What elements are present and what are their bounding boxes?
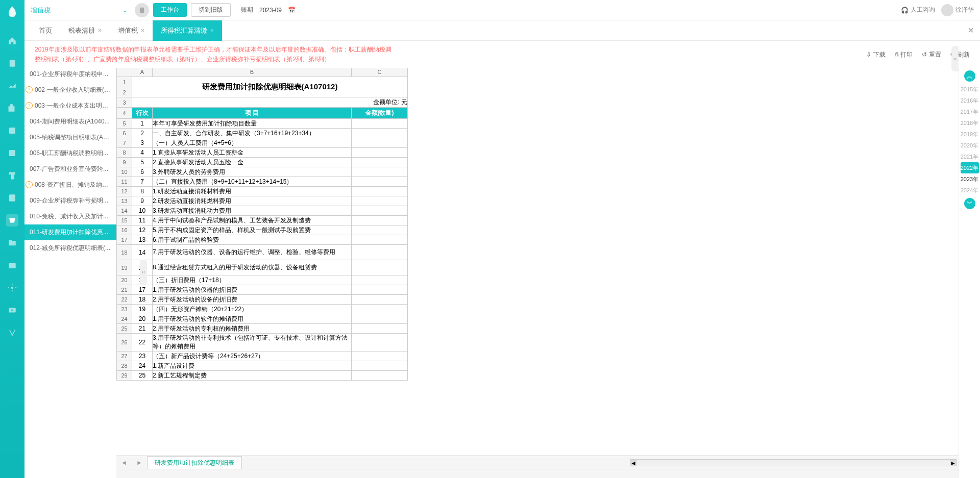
bottom-scroll[interactable] [116, 469, 959, 478]
close-icon[interactable]: × [210, 27, 214, 34]
item-cell[interactable]: 2.用于研发活动的设备的折旧费 [153, 295, 352, 305]
seq-cell[interactable]: 1 [132, 119, 153, 129]
year-2016年[interactable]: 2016年 [961, 95, 979, 106]
year-down-button[interactable]: ︾ [964, 198, 975, 209]
seq-cell[interactable]: 4 [132, 148, 153, 158]
row-header[interactable]: 7 [117, 138, 132, 148]
row-header[interactable]: 20 [117, 275, 132, 285]
item-cell[interactable]: 1.研发活动直接消耗材料费用 [153, 187, 352, 196]
tab-2[interactable]: 所得税汇算清缴× [153, 20, 222, 41]
year-2019年[interactable]: 2019年 [961, 129, 979, 140]
item-cell[interactable]: （四）无形资产摊销（20+21+22） [153, 305, 352, 314]
row-header[interactable]: 14 [117, 206, 132, 216]
seq-cell[interactable]: 9 [132, 196, 153, 206]
company-selector[interactable]: 增值税 ⌄ [31, 6, 133, 15]
item-cell[interactable]: 2.研发活动直接消耗燃料费用 [153, 196, 352, 206]
item-cell[interactable]: （三）折旧费用（17+18） [153, 275, 352, 285]
amount-cell[interactable] [352, 351, 408, 361]
amount-cell[interactable] [352, 334, 408, 351]
seq-cell[interactable]: 3 [132, 138, 153, 148]
tab-0[interactable]: 税表清册× [60, 20, 110, 41]
form-item-7[interactable]: 008-资产折旧、摊销及纳税... [24, 177, 116, 193]
close-icon[interactable]: × [98, 27, 102, 34]
collapse-sidebar-handle[interactable]: ‹‹ [140, 260, 147, 285]
seq-cell[interactable]: 2 [132, 129, 153, 138]
item-cell[interactable]: 1.用于研发活动的仪器的折旧费 [153, 285, 352, 295]
switch-old-button[interactable]: 切到旧版 [191, 3, 231, 17]
seq-cell[interactable]: 6 [132, 167, 153, 177]
nav-home-icon[interactable] [6, 35, 18, 47]
item-cell[interactable]: 2.新工艺规程制定费 [153, 371, 352, 381]
year-2020年[interactable]: 2020年 [961, 140, 979, 151]
year-2023年[interactable]: 2023年 [961, 173, 979, 185]
nav-video-icon[interactable] [6, 304, 18, 316]
nav-bag-icon[interactable] [6, 102, 18, 114]
seq-cell[interactable]: 25 [132, 371, 153, 381]
amount-cell[interactable] [352, 167, 408, 177]
reset-button[interactable]: ↺重置 [922, 45, 941, 64]
seq-cell[interactable]: 19 [132, 305, 153, 314]
seq-cell[interactable]: 7 [132, 177, 153, 187]
amount-cell[interactable] [352, 275, 408, 285]
year-2022年[interactable]: 2022年 [961, 162, 979, 173]
workspace-button[interactable]: 工作台 [153, 3, 187, 17]
print-button[interactable]: ⎙打印 [895, 45, 913, 64]
item-cell[interactable]: 1.用于研发活动的软件的摊销费用 [153, 314, 352, 324]
nav-tax-icon[interactable] [6, 214, 18, 227]
form-item-3[interactable]: 004-期间费用明细表(A1040... [24, 114, 116, 130]
amount-cell[interactable] [352, 371, 408, 381]
row-header[interactable]: 10 [117, 167, 132, 177]
seq-cell[interactable]: 5 [132, 158, 153, 167]
form-item-9[interactable]: 010-免税、减计收入及加计... [24, 209, 116, 224]
download-button[interactable]: ⇩下载 [866, 45, 886, 64]
row-header[interactable]: 15 [117, 216, 132, 225]
form-item-0[interactable]: 001-企业所得税年度纳税申... [24, 66, 116, 82]
form-item-8[interactable]: 009-企业所得税弥补亏损明... [24, 193, 116, 209]
period-value[interactable]: 2023-09 [259, 7, 282, 14]
expand-right-handle[interactable]: ›› [951, 46, 959, 71]
row-header[interactable]: 26 [117, 334, 132, 351]
seq-cell[interactable]: 11 [132, 216, 153, 225]
user-menu[interactable]: 徐泽华 [941, 4, 974, 16]
nav-list-icon[interactable] [6, 124, 18, 137]
item-cell[interactable]: （五）新产品设计费等（24+25+26+27） [153, 351, 352, 361]
note-button[interactable] [135, 3, 149, 17]
row-header[interactable]: 23 [117, 305, 132, 314]
item-cell[interactable]: 2.直接从事研发活动人员五险一金 [153, 158, 352, 167]
amount-cell[interactable] [352, 361, 408, 371]
seq-cell[interactable]: 21 [132, 324, 153, 334]
seq-cell[interactable]: 20 [132, 314, 153, 324]
amount-cell[interactable] [352, 177, 408, 187]
item-cell[interactable]: 3.研发活动直接消耗动力费用 [153, 206, 352, 216]
form-item-4[interactable]: 005-纳税调整项目明细表(A1... [24, 130, 116, 145]
item-cell[interactable]: 7.用于研发活动的仪器、设备的运行维护、调整、检验、维修等费用 [153, 245, 352, 260]
year-2017年[interactable]: 2017年 [961, 106, 979, 117]
form-item-5[interactable]: 006-职工薪酬纳税调整明细... [24, 145, 116, 161]
form-item-1[interactable]: 002-一般企业收入明细表(A... [24, 82, 116, 98]
item-cell[interactable]: 8.通过经营租赁方式租入的用于研发活动的仪器、设备租赁费 [153, 260, 352, 275]
nav-report-icon[interactable] [6, 147, 18, 159]
seq-cell[interactable]: 13 [132, 235, 153, 245]
item-cell[interactable]: （一）人员人工费用（4+5+6） [153, 138, 352, 148]
close-icon[interactable]: × [141, 27, 144, 34]
sheet-tab-next[interactable]: ► [132, 459, 147, 466]
row-header[interactable]: 1 [117, 77, 132, 87]
item-cell[interactable]: 一、自主研发、合作研发、集中研发（3+7+16+19+23+34） [153, 129, 352, 138]
amount-cell[interactable] [352, 216, 408, 225]
item-cell[interactable]: 3.用于研发活动的非专利技术（包括许可证、专有技术、设计和计算方法等）的摊销费用 [153, 334, 352, 351]
amount-cell[interactable] [352, 196, 408, 206]
row-header[interactable]: 21 [117, 285, 132, 295]
row-header[interactable]: 27 [117, 351, 132, 361]
consult-button[interactable]: 🎧 人工咨询 [901, 6, 935, 14]
row-header[interactable]: 22 [117, 295, 132, 305]
item-cell[interactable]: 3.外聘研发人员的劳务费用 [153, 167, 352, 177]
amount-cell[interactable] [352, 119, 408, 129]
nav-shirt-icon[interactable] [6, 169, 18, 182]
item-cell[interactable]: 本年可享受研发费用加计扣除项目数量 [153, 119, 352, 129]
row-header[interactable]: 12 [117, 187, 132, 196]
nav-calc-icon[interactable] [6, 192, 18, 204]
row-header[interactable]: 4 [117, 108, 132, 119]
seq-cell[interactable]: 22 [132, 334, 153, 351]
item-cell[interactable]: 4.用于中间试验和产品试制的模具、工艺装备开发及制造费 [153, 216, 352, 225]
nav-chart-icon[interactable] [6, 80, 18, 92]
